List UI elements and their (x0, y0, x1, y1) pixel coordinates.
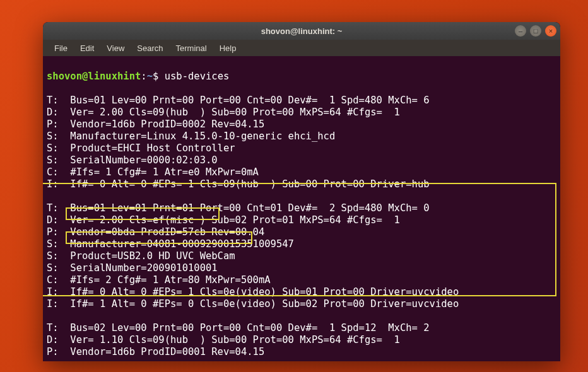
output-line: S: Manufacturer=Linux 4.15.0-10-generic … (47, 131, 335, 142)
output-line: S: Product=EHCI Host Controller (47, 142, 235, 154)
prompt-userhost: shovon@linuxhint (47, 71, 141, 82)
window-controls: – □ × (515, 25, 556, 37)
menu-terminal[interactable]: Terminal (170, 41, 213, 55)
output-line: I: If#= 1 Alt= 0 #EPs= 0 Cls=0e(video) S… (47, 298, 459, 310)
menu-edit[interactable]: Edit (74, 41, 100, 55)
output-line: Rev=00.04 (206, 226, 264, 238)
output-line: S: (47, 250, 70, 262)
highlight-vendor-prodid: Vendor=0bda ProdID=57cb (70, 226, 206, 238)
output-line: P: Vendor=1d6b ProdID=0001 Rev=04.15 (47, 346, 264, 357)
prompt-path: ~ (147, 71, 153, 82)
minimize-button[interactable]: – (515, 25, 526, 37)
output-line: P: Vendor=1d6b ProdID=0002 Rev=04.15 (47, 119, 264, 130)
terminal-window: shovon@linuxhint: ~ – □ × File Edit View… (43, 22, 560, 361)
output-line: S: SerialNumber=200901010001 (47, 262, 218, 274)
command-text: usb-devices (165, 71, 230, 82)
highlight-product: Product=USB2.0 HD UVC WebCam (70, 250, 235, 262)
output-line: T: Bus=01 Lev=01 Prnt=01 Port=00 Cnt=01 … (47, 202, 430, 214)
output-line: I: If#= 0 Alt= 0 #EPs= 1 Cls=09(hub ) Su… (47, 178, 430, 190)
output-line: T: Bus=02 Lev=00 Prnt=00 Port=00 Cnt=00 … (47, 322, 430, 334)
menubar: File Edit View Search Terminal Help (43, 40, 560, 56)
terminal-content[interactable]: shovon@linuxhint:~$ usb-devices T: Bus=0… (43, 56, 560, 361)
menu-file[interactable]: File (48, 41, 74, 55)
output-line: D: Ver= 2.00 Cls=ef(misc ) Sub=02 Prot=0… (47, 214, 400, 226)
prompt-colon: : (141, 71, 146, 82)
titlebar[interactable]: shovon@linuxhint: ~ – □ × (43, 22, 560, 40)
output-line: T: Bus=01 Lev=00 Prnt=00 Port=00 Cnt=00 … (47, 95, 430, 106)
output-line: D: Ver= 2.00 Cls=09(hub ) Sub=00 Prot=00… (47, 107, 400, 118)
window-title: shovon@linuxhint: ~ (261, 26, 343, 36)
output-line: C: #Ifs= 1 Cfg#= 1 Atr=e0 MxPwr=0mA (47, 166, 259, 178)
maximize-button[interactable]: □ (530, 25, 541, 37)
menu-view[interactable]: View (100, 41, 131, 55)
menu-search[interactable]: Search (131, 41, 169, 55)
output-line: P: (47, 226, 70, 238)
output-line: D: Ver= 1.10 Cls=09(hub ) Sub=00 Prot=00… (47, 334, 400, 346)
output-line: I: If#= 0 Alt= 0 #EPs= 1 Cls=0e(video) S… (47, 286, 459, 298)
output-line: S: SerialNumber=0000:02:03.0 (47, 154, 218, 166)
menu-help[interactable]: Help (213, 41, 243, 55)
output-line: S: Manufacturer=04081-000929001535100954… (47, 238, 294, 250)
close-button[interactable]: × (545, 25, 556, 37)
output-line: C: #Ifs= 2 Cfg#= 1 Atr=80 MxPwr=500mA (47, 274, 271, 286)
prompt-dollar: $ (153, 71, 165, 82)
